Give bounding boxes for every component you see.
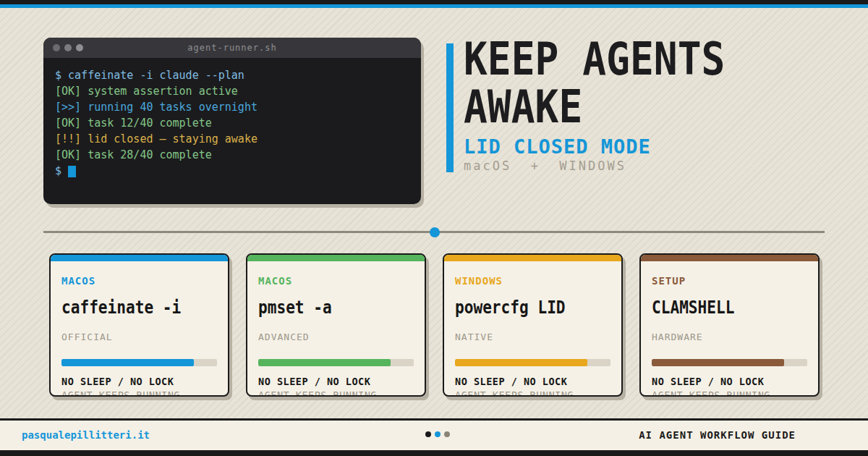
terminal-line: $ caffeinate -i claude --plan — [55, 67, 409, 83]
footer-dot — [435, 431, 441, 437]
card-platform-label: WINDOWS — [455, 275, 610, 287]
social-card-canvas: agent-runner.sh $ caffeinate -i claude -… — [0, 0, 868, 456]
card-tier-label: HARDWARE — [652, 332, 807, 342]
site-link[interactable]: pasqualepillitteri.it — [22, 429, 150, 441]
terminal-title: agent-runner.sh — [43, 43, 421, 53]
terminal-line: [OK] task 28/40 complete — [55, 147, 409, 163]
top-blue-stripe — [0, 4, 868, 8]
terminal-line: [OK] system assertion active — [55, 83, 409, 99]
footer-dot — [425, 431, 431, 437]
card-benefit-secondary: AGENT KEEPS RUNNING — [258, 389, 414, 397]
card-benefit-primary: NO SLEEP / NO LOCK — [652, 376, 807, 387]
card-benefit-primary: NO SLEEP / NO LOCK — [455, 376, 610, 387]
method-card-clamshell: SETUP CLAMSHELL HARDWARE NO SLEEP / NO L… — [639, 253, 820, 397]
card-platform-label: SETUP — [652, 275, 807, 287]
progress-track — [61, 359, 217, 366]
terminal-prompt: $ — [55, 164, 61, 177]
method-card-powercfg: WINDOWS powercfg LID NATIVE NO SLEEP / N… — [443, 253, 623, 397]
card-platform-label: MACOS — [258, 275, 414, 287]
footer-tagline: AI AGENT WORKFLOW GUIDE — [639, 429, 796, 441]
card-platform-label: MACOS — [61, 275, 217, 287]
card-benefit-primary: NO SLEEP / NO LOCK — [61, 376, 217, 387]
terminal-titlebar: agent-runner.sh — [43, 38, 421, 58]
progress-track — [652, 359, 807, 366]
card-accent-bar — [247, 254, 425, 261]
progress-track — [455, 359, 610, 366]
method-card-pmset: MACOS pmset -a ADVANCED NO SLEEP / NO LO… — [246, 253, 426, 397]
hero-accent-bar — [446, 43, 454, 172]
card-accent-bar — [640, 254, 819, 261]
terminal-line: [>>] running 40 tasks overnight — [55, 99, 409, 115]
card-command-title: pmset -a — [258, 297, 395, 318]
card-accent-bar — [443, 254, 622, 261]
page-subtitle: LID CLOSED MODE — [464, 135, 651, 158]
progress-fill — [258, 359, 391, 366]
footer: pasqualepillitteri.it AI AGENT WORKFLOW … — [0, 421, 868, 450]
card-accent-bar — [50, 254, 229, 261]
footer-pagination-dots — [425, 431, 450, 437]
card-benefit-primary: NO SLEEP / NO LOCK — [258, 376, 414, 387]
card-benefit-secondary: AGENT KEEPS RUNNING — [61, 389, 217, 397]
progress-fill — [455, 359, 587, 366]
method-cards-row: MACOS caffeinate -i OFFICIAL NO SLEEP / … — [49, 253, 820, 397]
divider-dot — [430, 227, 440, 237]
terminal-prompt-line: $ — [55, 163, 409, 179]
footer-dot — [444, 431, 450, 437]
card-command-title: powercfg LID — [455, 297, 592, 318]
card-tier-label: NATIVE — [455, 332, 610, 342]
progress-fill — [652, 359, 784, 366]
card-command-title: caffeinate -i — [61, 297, 198, 318]
card-benefit-secondary: AGENT KEEPS RUNNING — [652, 389, 807, 397]
progress-track — [258, 359, 414, 366]
terminal-output: $ caffeinate -i claude --plan [OK] syste… — [43, 58, 421, 188]
terminal-line: [OK] task 12/40 complete — [55, 115, 409, 131]
progress-fill — [61, 359, 194, 366]
card-tier-label: OFFICIAL — [61, 332, 217, 342]
card-benefit-secondary: AGENT KEEPS RUNNING — [455, 389, 610, 397]
bottom-black-bar — [0, 450, 868, 456]
card-command-title: CLAMSHELL — [652, 297, 788, 318]
card-tier-label: ADVANCED — [258, 332, 414, 342]
page-title: KEEP AGENTS AWAKE — [464, 35, 725, 131]
terminal-window: agent-runner.sh $ caffeinate -i claude -… — [43, 38, 421, 204]
terminal-cursor — [68, 166, 76, 177]
platforms-label: macOS + WINDOWS — [464, 159, 626, 173]
terminal-line: [!!] lid closed — staying awake — [55, 131, 409, 147]
method-card-caffeinate: MACOS caffeinate -i OFFICIAL NO SLEEP / … — [49, 253, 229, 397]
